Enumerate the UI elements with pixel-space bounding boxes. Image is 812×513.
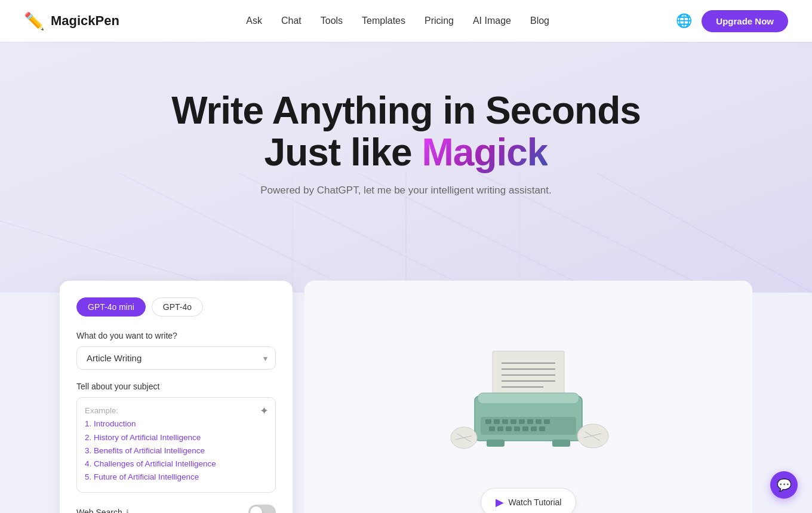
hero-section: Write Anything in Seconds Just like Magi… <box>0 42 812 293</box>
svg-rect-32 <box>539 426 545 431</box>
web-search-label: Web Search ℹ <box>76 508 129 513</box>
topic-select-wrapper: Article Writing Blog Post Essay Email So… <box>76 346 276 370</box>
svg-rect-16 <box>478 393 579 404</box>
svg-rect-23 <box>527 419 533 424</box>
chat-bubble[interactable]: 💬 <box>770 471 798 499</box>
nav-templates[interactable]: Templates <box>362 16 405 26</box>
subject-textarea[interactable] <box>76 397 276 493</box>
svg-rect-34 <box>552 440 570 447</box>
brand-logo[interactable]: ✏️ MagickPen <box>24 11 119 31</box>
svg-rect-28 <box>506 426 512 431</box>
toggle-thumb <box>250 506 262 513</box>
brand-name: MagickPen <box>51 13 119 29</box>
svg-rect-19 <box>494 419 500 424</box>
web-search-row: Web Search ℹ <box>76 505 276 513</box>
hero-title-line2-prefix: Just like <box>264 131 422 174</box>
svg-rect-27 <box>497 426 503 431</box>
hero-title-magick: Magick <box>422 131 548 174</box>
typewriter-illustration <box>433 339 624 459</box>
svg-rect-20 <box>502 419 508 424</box>
language-icon[interactable]: 🌐 <box>676 13 692 29</box>
svg-point-38 <box>577 424 608 448</box>
svg-rect-21 <box>510 419 516 424</box>
model-tabs: GPT-4o mini GPT-4o <box>76 297 276 317</box>
svg-rect-22 <box>519 419 525 424</box>
nav-ask[interactable]: Ask <box>246 16 262 26</box>
typewriter-svg <box>439 345 618 453</box>
topic-select[interactable]: Article Writing Blog Post Essay Email So… <box>76 346 276 370</box>
svg-rect-30 <box>522 426 528 431</box>
ai-sparkle-icon[interactable]: ✦ <box>260 404 269 417</box>
textarea-wrapper: Example: 1. Introduction 2. History of A… <box>76 397 276 495</box>
svg-rect-25 <box>544 419 550 424</box>
svg-rect-24 <box>536 419 542 424</box>
main-content: GPT-4o mini GPT-4o What do you want to w… <box>30 281 782 513</box>
svg-rect-33 <box>487 440 505 447</box>
subject-label: Tell about your subject <box>76 382 276 391</box>
watch-tutorial-label: Watch Tutorial <box>509 497 562 507</box>
nav-ai-image[interactable]: AI Image <box>473 16 511 26</box>
left-panel: GPT-4o mini GPT-4o What do you want to w… <box>60 281 293 513</box>
nav-pricing[interactable]: Pricing <box>425 16 454 26</box>
upgrade-button[interactable]: Upgrade Now <box>702 10 788 32</box>
logo-icon: ✏️ <box>24 11 45 31</box>
model-tab-gpt4o-mini[interactable]: GPT-4o mini <box>76 297 146 317</box>
play-icon: ▶ <box>496 496 504 509</box>
nav-links: Ask Chat Tools Templates Pricing AI Imag… <box>246 16 549 26</box>
svg-rect-29 <box>514 426 520 431</box>
nav-tools[interactable]: Tools <box>321 16 343 26</box>
svg-rect-18 <box>485 419 491 424</box>
hero-subtitle: Powered by ChatGPT, let me be your intel… <box>24 185 788 196</box>
chat-bubble-icon: 💬 <box>777 478 792 492</box>
nav-chat[interactable]: Chat <box>281 16 302 26</box>
model-tab-gpt4o[interactable]: GPT-4o <box>152 297 203 317</box>
nav-blog[interactable]: Blog <box>530 16 549 26</box>
web-search-toggle[interactable] <box>248 505 276 513</box>
info-icon[interactable]: ℹ <box>126 508 129 514</box>
hero-title-line1: Write Anything in Seconds <box>171 89 641 132</box>
hero-title: Write Anything in Seconds Just like Magi… <box>24 90 788 174</box>
write-label: What do you want to write? <box>76 331 276 340</box>
navbar: ✏️ MagickPen Ask Chat Tools Templates Pr… <box>0 0 812 42</box>
svg-rect-26 <box>489 426 495 431</box>
right-panel: ▶ Watch Tutorial <box>304 281 752 513</box>
nav-right: 🌐 Upgrade Now <box>676 10 788 32</box>
svg-rect-31 <box>531 426 537 431</box>
watch-tutorial-button[interactable]: ▶ Watch Tutorial <box>481 488 577 513</box>
toggle-track <box>248 505 276 513</box>
